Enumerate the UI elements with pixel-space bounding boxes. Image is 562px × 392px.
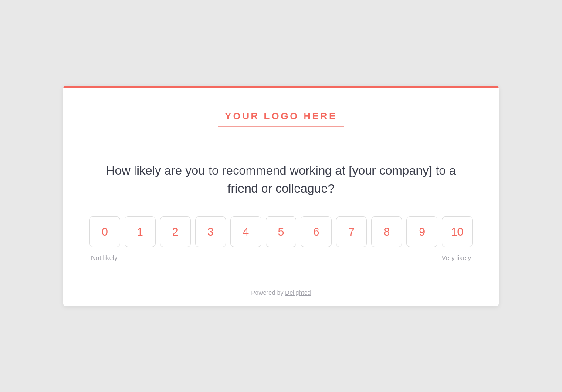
survey-body: How likely are you to recommend working … [63, 140, 499, 279]
rating-button-9[interactable]: 9 [406, 216, 437, 247]
rating-button-0[interactable]: 0 [89, 216, 120, 247]
rating-button-7[interactable]: 7 [336, 216, 367, 247]
rating-button-2[interactable]: 2 [160, 216, 191, 247]
rating-button-10[interactable]: 10 [442, 216, 473, 247]
rating-button-8[interactable]: 8 [371, 216, 402, 247]
scale-label-low: Not likely [91, 254, 118, 261]
logo-section: YOUR LOGO HERE [63, 88, 499, 140]
logo-text: YOUR LOGO HERE [225, 109, 337, 124]
delighted-link[interactable]: Delighted [285, 289, 311, 296]
rating-scale: 012345678910 [89, 216, 473, 247]
scale-label-high: Very likely [441, 254, 471, 261]
rating-button-6[interactable]: 6 [301, 216, 332, 247]
scale-labels: Not likely Very likely [89, 254, 473, 261]
logo-line-top [218, 106, 344, 106]
powered-by-text: Powered by Delighted [251, 289, 311, 296]
rating-button-3[interactable]: 3 [195, 216, 226, 247]
rating-button-1[interactable]: 1 [125, 216, 156, 247]
logo-placeholder: YOUR LOGO HERE [218, 106, 344, 127]
survey-question: How likely are you to recommend working … [89, 162, 473, 197]
rating-button-4[interactable]: 4 [230, 216, 261, 247]
card-footer: Powered by Delighted [63, 279, 499, 306]
survey-card: YOUR LOGO HERE How likely are you to rec… [63, 86, 499, 306]
logo-line-bottom [218, 126, 344, 127]
rating-button-5[interactable]: 5 [266, 216, 297, 247]
